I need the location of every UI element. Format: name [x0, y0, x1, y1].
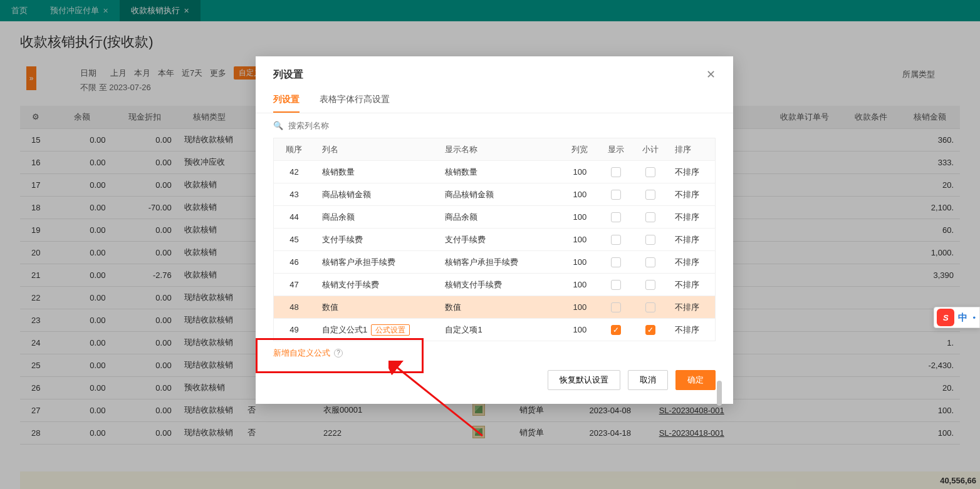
col-width[interactable]: 100 — [561, 296, 599, 319]
modal-scrollbar[interactable] — [717, 249, 722, 406]
checkbox[interactable] — [645, 302, 655, 312]
col-order: 45 — [274, 229, 315, 251]
col-subtotal[interactable] — [633, 183, 668, 206]
col-name: 核销客户承担手续费 — [315, 251, 437, 274]
checkbox[interactable] — [611, 212, 621, 222]
checkbox[interactable] — [611, 257, 621, 267]
col-name: 自定义公式1公式设置 — [315, 319, 437, 341]
col-width[interactable]: 100 — [561, 319, 599, 341]
ime-lang-indicator[interactable]: 中 — [958, 312, 967, 324]
checkbox[interactable] — [645, 235, 655, 245]
col-display[interactable]: 核销数量 — [437, 161, 560, 183]
colhead-width: 列宽 — [561, 138, 599, 161]
colhead-order: 顺序 — [274, 138, 315, 161]
col-order: 47 — [274, 274, 315, 296]
column-row[interactable]: 45支付手续费支付手续费100不排序 — [274, 229, 716, 251]
col-display[interactable]: 自定义项1 — [437, 319, 560, 341]
modal-close-button[interactable]: ✕ — [706, 68, 716, 81]
column-row[interactable]: 43商品核销金额商品核销金额100不排序 — [274, 183, 716, 206]
ime-widget[interactable]: S 中 • — [934, 307, 980, 328]
colhead-display: 显示名称 — [437, 138, 560, 161]
add-formula-link[interactable]: 新增自定义公式 — [273, 347, 330, 359]
column-settings-modal: 列设置 ✕ 列设置 表格字体行高设置 🔍 顺序 列名 显示名称 列宽 显示 小计… — [256, 56, 733, 404]
col-show[interactable] — [599, 206, 633, 229]
column-row[interactable]: 46核销客户承担手续费核销客户承担手续费100不排序 — [274, 251, 716, 274]
column-row[interactable]: 42核销数量核销数量100不排序 — [274, 161, 716, 183]
ime-more-icon[interactable]: • — [972, 313, 976, 322]
col-display[interactable]: 商品核销金额 — [437, 183, 560, 206]
col-subtotal[interactable] — [633, 229, 668, 251]
col-display[interactable]: 支付手续费 — [437, 229, 560, 251]
col-subtotal[interactable] — [633, 251, 668, 274]
modal-title: 列设置 — [273, 68, 303, 81]
modal-tab-columns[interactable]: 列设置 — [273, 88, 300, 113]
col-width[interactable]: 100 — [561, 274, 599, 296]
col-show[interactable] — [599, 229, 633, 251]
col-sort[interactable]: 不排序 — [667, 274, 715, 296]
col-order: 42 — [274, 161, 315, 183]
checkbox[interactable] — [611, 280, 621, 290]
checkbox[interactable] — [645, 167, 655, 177]
col-width[interactable]: 100 — [561, 251, 599, 274]
checkbox[interactable] — [611, 167, 621, 177]
col-display[interactable]: 核销支付手续费 — [437, 274, 560, 296]
col-display[interactable]: 商品余额 — [437, 206, 560, 229]
column-row[interactable]: 44商品余额商品余额100不排序 — [274, 206, 716, 229]
confirm-button[interactable]: 确定 — [675, 370, 716, 390]
modal-tab-rowheight[interactable]: 表格字体行高设置 — [320, 88, 390, 113]
col-subtotal[interactable] — [633, 296, 668, 319]
colhead-sort: 排序 — [667, 138, 715, 161]
col-sort[interactable]: 不排序 — [667, 229, 715, 251]
col-subtotal[interactable] — [633, 161, 668, 183]
col-sort[interactable]: 不排序 — [667, 251, 715, 274]
column-row[interactable]: 49自定义公式1公式设置自定义项1100✓✓不排序 — [274, 319, 716, 341]
columns-table: 顺序 列名 显示名称 列宽 显示 小计 排序 42核销数量核销数量100不排序4… — [273, 138, 716, 341]
col-subtotal[interactable] — [633, 274, 668, 296]
checkbox[interactable]: ✓ — [645, 325, 655, 335]
col-name: 核销支付手续费 — [315, 274, 437, 296]
col-subtotal[interactable] — [633, 206, 668, 229]
checkbox[interactable] — [645, 280, 655, 290]
formula-settings-button[interactable]: 公式设置 — [371, 324, 410, 336]
col-order: 46 — [274, 251, 315, 274]
col-display[interactable]: 数值 — [437, 296, 560, 319]
colhead-show: 显示 — [599, 138, 633, 161]
restore-default-button[interactable]: 恢复默认设置 — [548, 370, 620, 390]
checkbox[interactable]: ✓ — [611, 325, 621, 335]
col-sort[interactable]: 不排序 — [667, 206, 715, 229]
col-show[interactable] — [599, 296, 633, 319]
col-subtotal[interactable]: ✓ — [633, 319, 668, 341]
colhead-subtotal: 小计 — [633, 138, 668, 161]
col-name: 商品核销金额 — [315, 183, 437, 206]
search-input[interactable] — [288, 121, 716, 130]
col-sort[interactable]: 不排序 — [667, 319, 715, 341]
col-show[interactable] — [599, 183, 633, 206]
column-row[interactable]: 47核销支付手续费核销支付手续费100不排序 — [274, 274, 716, 296]
col-width[interactable]: 100 — [561, 229, 599, 251]
col-name: 商品余额 — [315, 206, 437, 229]
col-show[interactable] — [599, 161, 633, 183]
col-display[interactable]: 核销客户承担手续费 — [437, 251, 560, 274]
checkbox[interactable] — [611, 302, 621, 312]
col-sort[interactable]: 不排序 — [667, 161, 715, 183]
col-order: 49 — [274, 319, 315, 341]
col-width[interactable]: 100 — [561, 206, 599, 229]
column-row[interactable]: 48数值数值100不排序 — [274, 296, 716, 319]
col-width[interactable]: 100 — [561, 183, 599, 206]
search-icon: 🔍 — [273, 121, 283, 130]
col-sort[interactable]: 不排序 — [667, 183, 715, 206]
checkbox[interactable] — [645, 190, 655, 200]
checkbox[interactable] — [645, 257, 655, 267]
col-show[interactable] — [599, 251, 633, 274]
col-width[interactable]: 100 — [561, 161, 599, 183]
checkbox[interactable] — [611, 235, 621, 245]
col-show[interactable] — [599, 274, 633, 296]
cancel-button[interactable]: 取消 — [628, 370, 668, 390]
col-name: 数值 — [315, 296, 437, 319]
checkbox[interactable] — [611, 190, 621, 200]
help-icon[interactable]: ? — [334, 349, 343, 358]
checkbox[interactable] — [645, 212, 655, 222]
col-show[interactable]: ✓ — [599, 319, 633, 341]
colhead-colname: 列名 — [315, 138, 437, 161]
col-sort[interactable]: 不排序 — [667, 296, 715, 319]
